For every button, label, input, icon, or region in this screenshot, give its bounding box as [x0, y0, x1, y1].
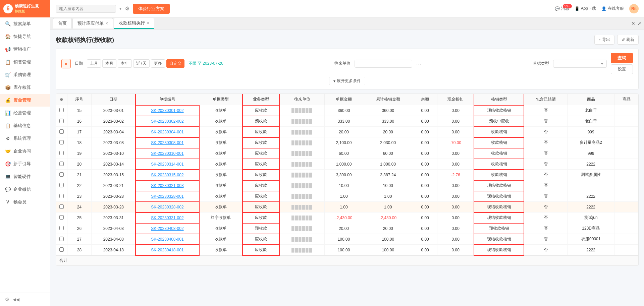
sidebar-item-wechat[interactable]: 💬 企业微信	[0, 183, 50, 196]
collection-tab-close[interactable]: ×	[147, 21, 149, 25]
gear-icon[interactable]: ⚙	[125, 5, 129, 12]
sidebar-item-marketing[interactable]: 📢 营销推广	[0, 43, 50, 56]
cell-settings[interactable]	[56, 159, 67, 170]
cell-voucher-no[interactable]: SK-20230403-002	[136, 223, 199, 234]
voucher-link[interactable]: SK-20230310-001	[151, 151, 183, 156]
partner-dots[interactable]: ...	[416, 61, 422, 66]
notification-button[interactable]: 💬 消息 99+	[555, 6, 569, 11]
voucher-link[interactable]: SK-20230403-002	[151, 226, 183, 231]
sidebar-collapse-icon[interactable]: ◀◀	[13, 297, 19, 302]
sidebar-item-guide[interactable]: 🎯 新手引导	[0, 158, 50, 170]
cell-settings[interactable]	[56, 148, 67, 159]
sidebar-item-system[interactable]: ⚙ 系统管理	[0, 132, 50, 145]
cell-settings[interactable]	[56, 245, 67, 255]
sidebar-settings-icon[interactable]: ⚙	[5, 296, 9, 303]
th-cash-discount: 现金折扣	[437, 94, 474, 105]
trial-button[interactable]: 体验行业方案	[133, 4, 170, 14]
cell-settings[interactable]	[56, 234, 67, 245]
cell-voucher-no[interactable]: SK-20230302-002	[136, 116, 199, 127]
cell-voucher-no[interactable]: SK-20230321-003	[136, 180, 199, 191]
cell-settings[interactable]	[56, 212, 67, 223]
online-service-button[interactable]: 👤 在线客服	[601, 6, 624, 11]
refresh-button[interactable]: ↺ 刷新	[617, 35, 639, 45]
sidebar-item-quick-nav[interactable]: 🏠 快捷导航	[0, 30, 50, 43]
voucher-link[interactable]: SK-20230308-001	[151, 140, 183, 145]
sidebar-item-search[interactable]: 🔍 搜索菜单	[0, 17, 50, 30]
pending-tab-close[interactable]: ×	[106, 21, 108, 26]
cell-incl-cleared: 否	[524, 116, 568, 127]
partner-input[interactable]	[355, 60, 412, 68]
voucher-link[interactable]: SK-20230314-001	[151, 162, 183, 167]
cell-voucher-no[interactable]: SK-20230418-001	[136, 245, 199, 255]
cell-settings[interactable]	[56, 191, 67, 202]
cell-voucher-type: 收款单	[199, 191, 243, 202]
expand-button[interactable]: ▾ 展开更多条件	[329, 77, 365, 85]
breadcrumb-input[interactable]	[56, 5, 116, 13]
th-settings[interactable]: ⚙	[56, 94, 67, 105]
cell-settings[interactable]	[56, 170, 67, 180]
cell-settings[interactable]	[56, 180, 67, 191]
cell-voucher-no[interactable]: SK-20230314-001	[136, 159, 199, 170]
sidebar-item-enterprise[interactable]: 🤝 企业协同	[0, 145, 50, 158]
user-avatar[interactable]: Rit	[629, 4, 639, 13]
cell-voucher-no[interactable]: SK-20230328-002	[136, 202, 199, 212]
custom-date-btn[interactable]: 自定义	[166, 59, 184, 68]
voucher-link[interactable]: SK-20230331-002	[151, 216, 183, 220]
cell-settings[interactable]	[56, 202, 67, 212]
voucher-type-select[interactable]	[553, 60, 607, 68]
cell-settings[interactable]	[56, 137, 67, 148]
cell-voucher-no[interactable]: SK-20230308-001	[136, 137, 199, 148]
sidebar-item-member[interactable]: V 畅会员	[0, 196, 50, 208]
cell-settings[interactable]	[56, 223, 67, 234]
sidebar-item-basic[interactable]: 📋 基础信息	[0, 119, 50, 132]
sidebar-item-capital[interactable]: 💰 资金管理	[0, 94, 50, 107]
voucher-link[interactable]: SK-20230301-002	[151, 108, 183, 113]
voucher-link[interactable]: SK-20230328-002	[151, 205, 183, 209]
voucher-link[interactable]: SK-20230304-001	[151, 130, 183, 134]
cell-incl-cleared: 否	[524, 191, 568, 202]
cell-partner: ██████	[279, 105, 324, 116]
cell-index: 16	[67, 116, 92, 127]
this-month-btn[interactable]: 本月	[102, 59, 116, 68]
voucher-link[interactable]: SK-20230408-001	[151, 237, 183, 242]
voucher-link[interactable]: SK-20230315-002	[151, 173, 183, 177]
tab-home[interactable]: 首页	[53, 18, 72, 28]
voucher-link[interactable]: SK-20230418-001	[151, 248, 183, 252]
chevron-down-icon[interactable]: ▾	[119, 6, 121, 11]
export-button[interactable]: ↑ 导出	[594, 35, 614, 45]
cell-voucher-no[interactable]: SK-20230304-001	[136, 127, 199, 137]
cell-settings[interactable]	[56, 127, 67, 137]
cell-voucher-no[interactable]: SK-20230310-001	[136, 148, 199, 159]
sidebar-item-inventory[interactable]: 📦 库存核算	[0, 81, 50, 94]
app-download-button[interactable]: 📱 App下载	[575, 6, 596, 11]
cell-voucher-no[interactable]: SK-20230301-002	[136, 105, 199, 116]
table-row: 17 2023-03-04 SK-20230304-001 收款单 应收款 ██…	[56, 127, 638, 137]
settings-filter-button[interactable]: 设置	[611, 64, 633, 74]
cell-product: 测试jun	[568, 212, 614, 223]
close-window-icon[interactable]: ✕	[631, 21, 635, 26]
cell-voucher-no[interactable]: SK-20230408-001	[136, 234, 199, 245]
query-button[interactable]: 查询	[611, 53, 633, 63]
cell-offset-type: 现结收款核销	[474, 212, 524, 223]
cell-settings[interactable]	[56, 105, 67, 116]
this-year-btn[interactable]: 本年	[118, 59, 132, 68]
cell-settings[interactable]	[56, 116, 67, 127]
sidebar-item-hardware[interactable]: 💻 智能硬件	[0, 170, 50, 183]
voucher-link[interactable]: SK-20230321-003	[151, 183, 183, 188]
sidebar-item-sales[interactable]: 📋 销售管理	[0, 56, 50, 68]
more-date-btn[interactable]: 更多	[151, 59, 165, 68]
last7days-btn[interactable]: 近7天	[133, 59, 150, 68]
filter-toggle-button[interactable]: »	[61, 59, 71, 68]
voucher-link[interactable]: SK-20230302-002	[151, 119, 183, 124]
cell-voucher-no[interactable]: SK-20230328-001	[136, 191, 199, 202]
voucher-link[interactable]: SK-20230328-001	[151, 194, 183, 199]
tab-pending[interactable]: 预计应应付单 ×	[72, 18, 113, 28]
last-month-btn[interactable]: 上月	[87, 59, 101, 68]
cell-voucher-no[interactable]: SK-20230331-002	[136, 212, 199, 223]
sidebar-item-purchase[interactable]: 🛒 采购管理	[0, 68, 50, 81]
cell-balance: 0.00	[413, 234, 437, 245]
maximize-window-icon[interactable]: ⤢	[637, 21, 641, 26]
tab-collection[interactable]: 收款核销执行 ×	[114, 18, 154, 29]
cell-voucher-no[interactable]: SK-20230315-002	[136, 170, 199, 180]
sidebar-item-operations[interactable]: 📊 经营管理	[0, 107, 50, 119]
